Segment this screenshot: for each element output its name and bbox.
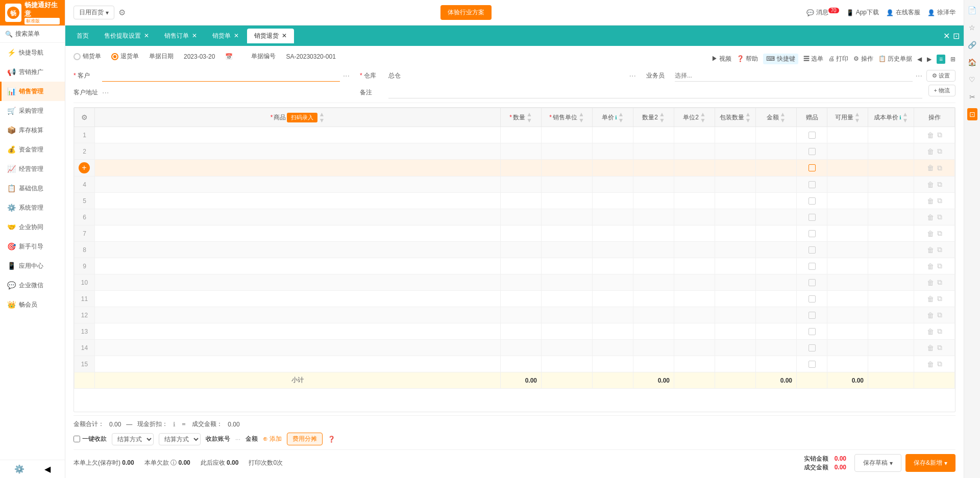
sidebar-item-shortcut[interactable]: ⚡ 快捷导航 — [0, 43, 65, 62]
unit2-cell-1[interactable] — [674, 127, 715, 143]
note-input[interactable] — [388, 87, 922, 98]
copy-btn-2[interactable]: ⧉ — [937, 147, 942, 156]
delete-btn-11[interactable]: 🗑 — [927, 295, 934, 303]
tab-price-settings[interactable]: 售价提取设置 ✕ — [97, 29, 156, 43]
delete-btn-4[interactable]: 🗑 — [927, 181, 934, 189]
calendar-icon[interactable]: 📅 — [225, 53, 233, 60]
gift-checkbox-5[interactable] — [808, 197, 816, 205]
copy-btn-6[interactable]: ⧉ — [937, 213, 942, 221]
tab-order-close-icon[interactable]: ✕ — [192, 32, 197, 39]
delete-btn-5[interactable]: 🗑 — [927, 197, 934, 205]
cost-cell-1[interactable] — [868, 127, 914, 143]
action-select[interactable]: ☰ 选单 — [803, 55, 823, 63]
right-icon-heart[interactable]: ♡ — [967, 73, 977, 86]
salesperson-input[interactable] — [675, 70, 913, 82]
tab-home[interactable]: 首页 — [69, 29, 96, 43]
copy-btn-14[interactable]: ⧉ — [937, 343, 942, 352]
copy-btn-15[interactable]: ⧉ — [937, 360, 942, 368]
sidebar-item-sales[interactable]: 📊 销售管理 — [0, 82, 65, 101]
tab-delivery-close-icon[interactable]: ✕ — [234, 32, 239, 39]
sidebar-item-finance[interactable]: 💰 资金管理 — [0, 140, 65, 159]
action-operate[interactable]: ⚙ 操作 — [853, 55, 873, 63]
sidebar-item-member[interactable]: 👑 畅会员 — [0, 295, 65, 314]
pack-cell-2[interactable] — [715, 143, 756, 160]
copy-btn-12[interactable]: ⧉ — [937, 311, 942, 319]
debt-icon[interactable]: ⓘ — [170, 459, 177, 466]
copy-btn-11[interactable]: ⧉ — [937, 294, 942, 303]
price-cell-2[interactable] — [593, 143, 633, 160]
qty2-cell-1[interactable] — [633, 127, 674, 143]
action-help[interactable]: ❓ 帮助 — [737, 55, 758, 63]
nav-next-icon[interactable]: ▶ — [927, 56, 932, 63]
copy-btn-5[interactable]: ⧉ — [937, 196, 942, 205]
qty-cell-2[interactable] — [501, 143, 542, 160]
payment-checkbox[interactable] — [74, 436, 80, 442]
action-history[interactable]: 📋 历史单据 — [878, 55, 912, 63]
collapse-icon[interactable]: ◀ — [44, 464, 51, 474]
breadcrumb-select[interactable]: 日用百货 ▾ — [74, 6, 114, 19]
sub-method-select[interactable]: 结算方式 — [159, 433, 201, 445]
gift-checkbox-active[interactable] — [808, 164, 816, 171]
cost-cell-2[interactable] — [868, 143, 914, 160]
delete-btn-9[interactable]: 🗑 — [927, 262, 934, 270]
scan-button[interactable]: 扫码录入 — [287, 113, 317, 122]
available-cell-1[interactable] — [827, 127, 868, 143]
unit-cell-2[interactable] — [542, 143, 593, 160]
tab-sales-order[interactable]: 销售订单 ✕ — [157, 29, 204, 43]
gift-checkbox-4[interactable] — [808, 181, 816, 188]
gift-checkbox-13[interactable] — [808, 328, 816, 335]
unit2-cell-active[interactable] — [674, 160, 715, 177]
tab-sales-return[interactable]: 销货退货 ✕ — [247, 29, 294, 43]
gift-checkbox-8[interactable] — [808, 246, 816, 254]
trial-button[interactable]: 体验行业方案 — [440, 5, 492, 20]
add-fee-button[interactable]: ⊕ 添加 — [263, 435, 282, 443]
price-cell-1[interactable] — [593, 127, 633, 143]
sidebar-item-apps[interactable]: 📱 应用中心 — [0, 256, 65, 275]
tab-price-close-icon[interactable]: ✕ — [144, 32, 149, 39]
delete-btn-7[interactable]: 🗑 — [927, 230, 934, 238]
fee-help-icon[interactable]: ❓ — [328, 436, 335, 443]
settings-bottom-icon[interactable]: ⚙️ — [14, 464, 24, 474]
payment-checkbox-field[interactable]: 一键收款 — [74, 435, 107, 443]
address-more-icon[interactable]: ··· — [102, 88, 109, 97]
th-gear[interactable]: ⚙ — [75, 108, 95, 127]
tab-return-close-icon[interactable]: ✕ — [282, 32, 287, 39]
unit-cell-active[interactable] — [542, 160, 593, 177]
sidebar-item-cooperation[interactable]: 🤝 企业协同 — [0, 217, 65, 237]
customer-input[interactable] — [102, 70, 340, 82]
right-icon-home[interactable]: 🏠 — [966, 56, 978, 68]
gift-checkbox-14[interactable] — [808, 344, 816, 351]
copy-btn-13[interactable]: ⧉ — [937, 327, 942, 336]
sidebar-item-operations[interactable]: 📈 经营管理 — [0, 159, 65, 179]
amount-cell-2[interactable] — [756, 143, 797, 160]
cost-cell-active[interactable] — [868, 160, 914, 177]
sidebar-item-guide[interactable]: 🎯 新手引导 — [0, 237, 65, 256]
radio-return[interactable]: 退货单 — [111, 52, 139, 61]
radio-sales[interactable]: 销货单 — [74, 52, 101, 61]
gift-checkbox-9[interactable] — [808, 263, 816, 270]
gift-checkbox-2[interactable] — [808, 148, 816, 155]
qty2-cell-active[interactable] — [633, 160, 674, 177]
price-cell-active[interactable] — [593, 160, 633, 177]
add-row-button[interactable]: + — [79, 162, 90, 173]
header-gear-icon[interactable]: ⚙ — [118, 8, 126, 17]
tab-sales-delivery[interactable]: 销货单 ✕ — [205, 29, 246, 43]
delete-btn-12[interactable]: 🗑 — [927, 311, 934, 319]
tab-expand-icon[interactable]: ⊡ — [953, 31, 960, 41]
customer-more-icon[interactable]: ··· — [343, 71, 350, 81]
qty-cell-1[interactable] — [501, 127, 542, 143]
gift-cell-2[interactable] — [797, 143, 827, 160]
sidebar-item-purchase[interactable]: 🛒 采购管理 — [0, 101, 65, 120]
save-new-dropdown-icon[interactable]: ▾ — [944, 460, 947, 467]
right-icon-link[interactable]: 🔗 — [966, 39, 978, 51]
gift-checkbox-6[interactable] — [808, 214, 816, 221]
sidebar-search[interactable]: 🔍 搜索菜单 — [0, 26, 65, 43]
copy-btn-8[interactable]: ⧉ — [937, 245, 942, 254]
unit2-cell-2[interactable] — [674, 143, 715, 160]
sidebar-item-system[interactable]: ⚙️ 系统管理 — [0, 198, 65, 217]
amount-cell-active[interactable] — [756, 160, 797, 177]
gift-checkbox-11[interactable] — [808, 295, 816, 303]
available-cell-active[interactable] — [827, 160, 868, 177]
discount-help-icon[interactable]: ℹ — [173, 421, 176, 428]
view-grid-icon[interactable]: ⊞ — [950, 56, 955, 63]
